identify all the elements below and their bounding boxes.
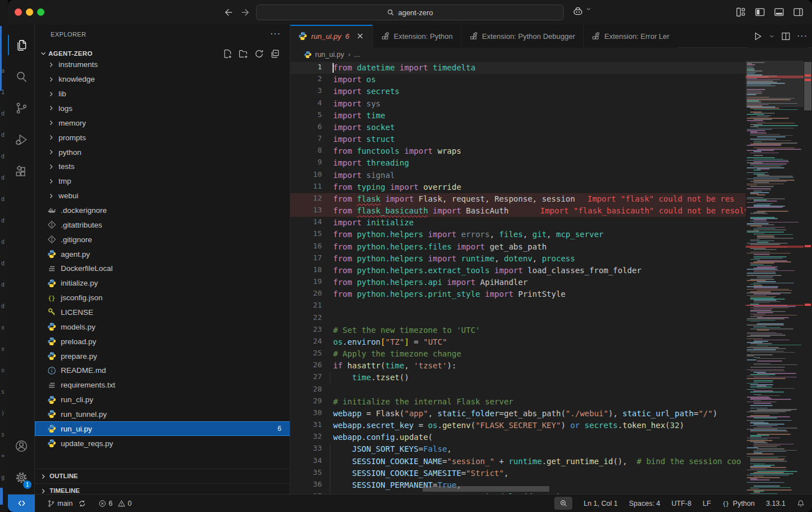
code-line-4[interactable]: 4import sys [290,98,746,110]
tree-file-preload.py[interactable]: preload.py [35,334,290,349]
tree-file-.gitignore[interactable]: .gitignore [35,232,290,247]
tree-folder-python[interactable]: python [35,145,290,159]
sidebar-more-actions-icon[interactable]: ··· [270,29,281,39]
code-line-13[interactable]: 13from flask_basicauth import BasicAuthI… [290,205,746,217]
remote-indicator[interactable] [8,495,35,512]
tree-file-.gitattributes[interactable]: .gitattributes [35,217,290,232]
code-line-35[interactable]: 35 SESSION_COOKIE_SAMESITE="Strict", [290,468,746,479]
tab-extension-error-ler[interactable]: Extension: Error Ler [584,25,678,48]
code-line-14[interactable]: 14import initialize [290,217,746,229]
tree-file-.dockerignore[interactable]: .dockerignore [35,203,290,218]
toggle-secondary-sidebar-icon[interactable] [792,6,804,18]
code-line-27[interactable]: 27 time.tzset() [290,372,746,384]
code-line-32[interactable]: 32webapp.config.update( [290,431,746,443]
python-interpreter[interactable]: 3.13.1 [766,500,786,507]
code-line-22[interactable]: 22 [290,313,746,324]
tree-file-run_ui.py[interactable]: run_ui.py6 [35,421,290,436]
code-line-31[interactable]: 31webapp.secret_key = os.getenv("FLASK_S… [290,420,746,431]
minimize-window-button[interactable] [26,8,33,16]
indentation[interactable]: Spaces: 4 [629,500,661,507]
tree-folder-lib[interactable]: lib [35,87,290,101]
tree-file-run_cli.py[interactable]: run_cli.py [35,393,290,407]
copilot-button[interactable] [572,6,592,18]
code-line-21[interactable]: 21 [290,300,746,312]
cursor-position[interactable]: Ln 1, Col 1 [584,500,617,507]
tab-extension-python[interactable]: Extension: Python [373,25,461,48]
code-line-19[interactable]: 19from python.helpers.api import ApiHand… [290,277,746,288]
code-line-12[interactable]: 12from flask import Flask, request, Resp… [290,193,746,205]
activity-bar-item-accounts[interactable] [8,434,35,458]
tree-folder-logs[interactable]: logs [35,101,290,116]
minimap-slider[interactable] [746,61,804,107]
tree-folder-tests[interactable]: tests [35,159,290,174]
language-mode[interactable]: {} Python [722,500,755,507]
tree-file-prepare.py[interactable]: prepare.py [35,349,290,363]
encoding[interactable]: UTF-8 [671,500,691,507]
sync-icon[interactable] [78,500,86,507]
zoom-indicator[interactable] [554,497,572,510]
tree-file-requirements.txt[interactable]: requirements.txt [35,378,290,393]
activity-bar-item-run-and-debug[interactable] [8,127,35,152]
tree-file-LICENSE[interactable]: LICENSE [35,305,290,320]
horizontal-scrollbar[interactable] [423,486,549,492]
code-line-9[interactable]: 9import threading [290,157,746,169]
split-editor-icon[interactable] [780,31,791,42]
toggle-panel-icon[interactable] [773,6,785,18]
activity-bar-item-search[interactable] [8,64,35,89]
tree-file-models.py[interactable]: models.py [35,319,290,334]
back-arrow-icon[interactable] [222,6,234,19]
git-branch-item[interactable]: main [47,500,86,507]
activity-bar-item-explorer[interactable] [8,33,35,57]
code-editor[interactable]: 1from datetime import timedelta2import o… [290,61,812,494]
close-icon[interactable] [356,32,365,41]
tab-run-ui-py[interactable]: run_ui.py6 [290,25,373,48]
code-line-15[interactable]: 15from python.helpers import errors, fil… [290,229,746,241]
code-line-11[interactable]: 11from typing import override [290,181,746,193]
code-line-5[interactable]: 5import time [290,110,746,122]
code-line-17[interactable]: 17from python.helpers import runtime, do… [290,253,746,265]
code-line-6[interactable]: 6import socket [290,122,746,133]
more-editor-actions-icon[interactable]: ··· [797,31,807,42]
eol-sequence[interactable]: LF [703,500,711,507]
tree-file-jsconfig.json[interactable]: {}jsconfig.json [35,291,290,305]
breadcrumb-rest[interactable]: ... [355,51,360,59]
code-line-1[interactable]: 1from datetime import timedelta [290,62,746,74]
tree-folder-knowledge[interactable]: knowledge [35,72,290,87]
code-line-2[interactable]: 2import os [290,74,746,86]
activity-bar-item-extensions[interactable] [8,159,35,184]
activity-bar-item-settings[interactable]: 1 [8,465,35,490]
tree-file-update_reqs.py[interactable]: update_reqs.py [35,436,290,451]
breadcrumb[interactable]: run_ui.py › ... [290,48,812,61]
tree-folder-webui[interactable]: webui [35,189,290,203]
code-line-3[interactable]: 3import secrets [290,86,746,97]
zoom-window-button[interactable] [37,8,44,16]
tree-file-agent.py[interactable]: agent.py [35,247,290,261]
forward-arrow-icon[interactable] [240,6,252,19]
code-line-28[interactable]: 28 [290,384,746,396]
command-center-search[interactable]: agent-zero [256,5,564,20]
outline-section[interactable]: OUTLINE [35,469,290,483]
code-line-25[interactable]: 25# Apply the timezone change [290,348,746,360]
breadcrumb-file[interactable]: run_ui.py [315,51,344,59]
vertical-scrollbar[interactable] [804,62,811,110]
tab-extension-python-debugger[interactable]: Extension: Python Debugger [461,25,584,48]
notifications-bell-icon[interactable] [797,499,805,507]
activity-bar-item-source-control[interactable] [8,96,35,121]
close-window-button[interactable] [15,8,22,16]
tree-folder-tmp[interactable]: tmp [35,174,290,189]
timeline-section[interactable]: TIMELINE [35,483,290,494]
run-python-file-icon[interactable] [752,31,763,42]
minimap[interactable] [746,61,804,494]
code-line-8[interactable]: 8from functools import wraps [290,145,746,157]
code-line-33[interactable]: 33 JSON_SORT_KEYS=False, [290,443,746,455]
code-line-30[interactable]: 30webapp = Flask("app", static_folder=ge… [290,408,746,420]
tree-file-DockerfileLocal[interactable]: DockerfileLocal [35,261,290,276]
code-line-16[interactable]: 16from python.helpers.files import get_a… [290,241,746,253]
tree-folder-memory[interactable]: memory [35,115,290,130]
tree-file-initialize.py[interactable]: initialize.py [35,276,290,291]
code-line-10[interactable]: 10import signal [290,170,746,181]
problems-item[interactable]: 6 0 [98,500,132,507]
code-line-26[interactable]: 26if hasattr(time, 'tzset'): [290,360,746,372]
code-line-23[interactable]: 23# Set the new timezone to 'UTC' [290,324,746,336]
tree-folder-prompts[interactable]: prompts [35,130,290,145]
